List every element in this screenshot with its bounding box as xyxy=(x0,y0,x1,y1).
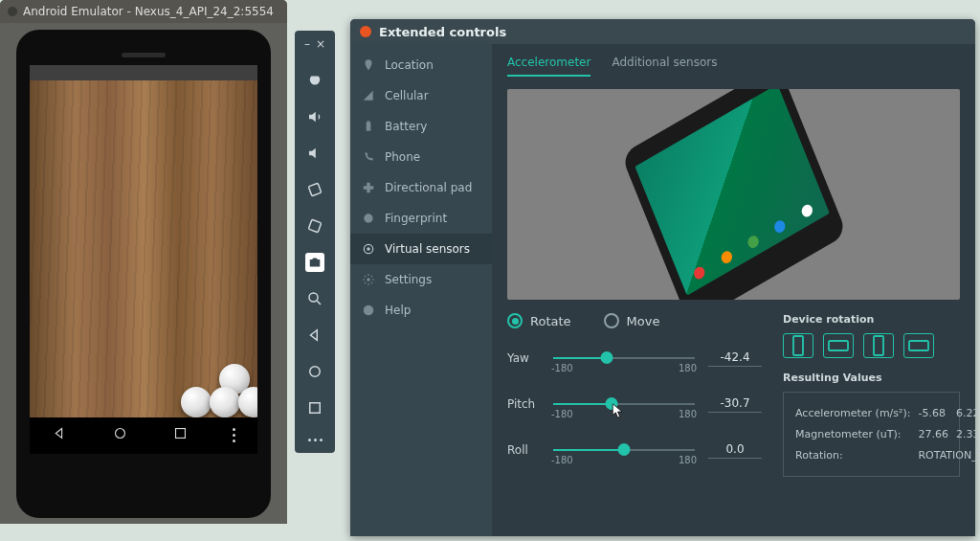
accel-x: -5.68 xyxy=(918,404,954,423)
rotation-panel: Device rotation Resulting Values Acceler… xyxy=(783,313,960,484)
home-icon[interactable] xyxy=(112,425,128,445)
sidebar-item-settings[interactable]: Settings xyxy=(350,264,492,295)
phone-frame xyxy=(16,30,271,518)
tab-accelerometer[interactable]: Accelerometer xyxy=(507,56,590,77)
svg-rect-16 xyxy=(793,336,803,355)
sidebar-item-phone[interactable]: Phone xyxy=(350,142,492,172)
overview-icon[interactable] xyxy=(172,425,189,445)
toolbar-back-icon[interactable] xyxy=(305,326,324,345)
svg-rect-9 xyxy=(367,122,371,130)
volume-up-icon[interactable] xyxy=(305,107,324,126)
sidebar-label: Directional pad xyxy=(385,181,472,194)
ext-titlebar[interactable]: Extended controls xyxy=(350,19,975,44)
svg-point-15 xyxy=(364,305,374,316)
rotation-sliders: Rotate Move Yaw -180 180 -42.4 xyxy=(507,313,762,484)
sidebar-item-dpad[interactable]: Directional pad xyxy=(350,172,492,203)
svg-point-14 xyxy=(367,278,370,282)
svg-rect-17 xyxy=(829,341,848,350)
back-icon[interactable] xyxy=(52,425,68,445)
sidebar-item-help[interactable]: Help xyxy=(350,295,492,326)
emulator-toolbar: – × xyxy=(295,31,335,453)
roll-slider[interactable]: -180 180 xyxy=(553,438,695,462)
mode-rotate[interactable]: Rotate xyxy=(507,313,571,328)
slider-max: 180 xyxy=(679,455,697,465)
device-preview[interactable] xyxy=(507,89,960,300)
sidebar-label: Cellular xyxy=(385,89,429,102)
rot-label: Rotation: xyxy=(795,446,916,465)
mag-x: 27.66 xyxy=(918,425,954,444)
pitch-value[interactable]: -30.7 xyxy=(708,396,762,413)
sidebar-item-battery[interactable]: Battery xyxy=(350,111,492,142)
emulator-body xyxy=(0,23,287,524)
rot-portrait-icon[interactable] xyxy=(783,333,813,358)
sidebar-label: Phone xyxy=(385,150,420,164)
radio-label: Move xyxy=(627,314,660,328)
emulator-titlebar[interactable]: Android Emulator - Nexus_4_API_24_2:5554 xyxy=(0,0,287,23)
svg-rect-3 xyxy=(308,219,321,232)
yaw-row: Yaw -180 180 -42.4 xyxy=(507,346,762,371)
camera-icon[interactable] xyxy=(305,253,324,272)
game-ball xyxy=(181,387,212,417)
sidebar-label: Location xyxy=(385,58,434,72)
sidebar-item-virtual-sensors[interactable]: Virtual sensors xyxy=(350,234,492,264)
power-icon[interactable] xyxy=(305,71,324,90)
close-icon[interactable] xyxy=(360,26,371,37)
more-icon[interactable] xyxy=(308,439,323,441)
mode-move[interactable]: Move xyxy=(604,313,660,328)
svg-point-0 xyxy=(116,429,125,439)
svg-rect-19 xyxy=(909,341,928,350)
svg-point-5 xyxy=(309,293,318,302)
close-icon[interactable]: × xyxy=(316,38,325,50)
svg-rect-1 xyxy=(176,429,186,439)
pitch-slider[interactable]: -180 180 xyxy=(553,392,695,417)
menu-dots-icon[interactable] xyxy=(233,428,235,442)
pitch-row: Pitch -180 180 -30.7 xyxy=(507,392,762,417)
game-ball xyxy=(210,387,240,417)
sidebar-label: Virtual sensors xyxy=(385,242,470,256)
rot-landscape-right-icon[interactable] xyxy=(903,333,934,358)
sidebar-label: Fingerprint xyxy=(385,212,447,225)
ext-main: Accelerometer Additional sensors xyxy=(492,44,975,536)
result-values: Accelerometer (m/s²): -5.68 6.22 5.00 Ma… xyxy=(783,392,960,477)
minimize-icon[interactable]: – xyxy=(304,38,310,50)
svg-point-11 xyxy=(364,214,372,222)
roll-row: Roll -180 180 0.0 xyxy=(507,438,762,462)
emulator-title: Android Emulator - Nexus_4_API_24_2:5554 xyxy=(23,5,274,18)
ext-sidebar: Location Cellular Battery Phone Directio… xyxy=(350,44,492,536)
yaw-value[interactable]: -42.4 xyxy=(708,350,762,367)
sidebar-item-cellular[interactable]: Cellular xyxy=(350,80,492,111)
sidebar-label: Help xyxy=(385,304,411,317)
accel-y: 6.22 xyxy=(956,404,980,423)
svg-line-6 xyxy=(317,301,321,304)
rotate-right-icon[interactable] xyxy=(305,216,324,236)
sensor-tabs: Accelerometer Additional sensors xyxy=(507,56,960,78)
ext-title: Extended controls xyxy=(379,25,506,39)
svg-point-7 xyxy=(310,367,321,377)
slider-max: 180 xyxy=(679,363,697,373)
slider-min: -180 xyxy=(551,363,573,373)
sidebar-item-fingerprint[interactable]: Fingerprint xyxy=(350,203,492,234)
rotate-left-icon[interactable] xyxy=(305,180,324,199)
speaker-slot xyxy=(122,53,166,57)
slider-max: 180 xyxy=(679,409,697,419)
result-heading: Resulting Values xyxy=(783,372,960,384)
toolbar-home-icon[interactable] xyxy=(305,362,324,381)
rot-landscape-left-icon[interactable] xyxy=(823,333,854,358)
phone-screen[interactable] xyxy=(30,65,257,454)
tab-additional-sensors[interactable]: Additional sensors xyxy=(612,56,717,77)
roll-value[interactable]: 0.0 xyxy=(708,442,762,459)
sidebar-label: Battery xyxy=(385,120,427,133)
accel-label: Accelerometer (m/s²): xyxy=(795,404,916,423)
svg-rect-8 xyxy=(310,403,321,414)
volume-down-icon[interactable] xyxy=(305,144,324,163)
svg-point-12 xyxy=(367,247,370,251)
zoom-icon[interactable] xyxy=(305,289,324,308)
toolbar-window-buttons: – × xyxy=(304,38,325,50)
sidebar-item-location[interactable]: Location xyxy=(350,50,492,80)
slider-label: Roll xyxy=(507,443,540,457)
svg-rect-2 xyxy=(308,183,321,195)
yaw-slider[interactable]: -180 180 xyxy=(553,346,695,371)
status-bar xyxy=(30,65,257,80)
rot-portrait-rev-icon[interactable] xyxy=(863,333,894,358)
toolbar-overview-icon[interactable] xyxy=(305,398,324,417)
